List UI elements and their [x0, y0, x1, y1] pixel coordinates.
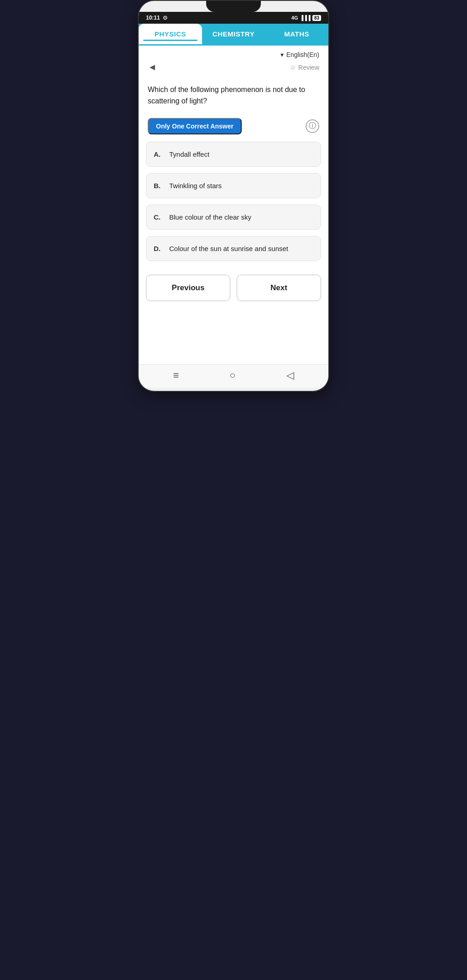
- chevron-down-icon: ▾: [280, 51, 284, 58]
- info-icon[interactable]: ⓘ: [306, 119, 319, 133]
- bookmark-icon: ☆: [290, 64, 296, 71]
- time-display: 10:11: [146, 15, 160, 21]
- review-row: ◄ ☆ Review: [139, 60, 328, 77]
- option-a-text: Tyndall effect: [169, 150, 209, 158]
- option-a[interactable]: A. Tyndall effect: [146, 142, 321, 167]
- option-c-text: Blue colour of the clear sky: [169, 213, 251, 221]
- review-link[interactable]: ☆ Review: [290, 64, 319, 71]
- back-arrow-icon[interactable]: ◄: [148, 62, 157, 72]
- option-d-text: Colour of the sun at sunrise and sunset: [169, 245, 288, 252]
- content-area: ▾ English(En) ◄ ☆ Review Which of the fo…: [139, 46, 328, 364]
- clock-icon: ⊙: [163, 15, 167, 21]
- signal-icon: ▐▐▐: [300, 15, 310, 21]
- tab-maths[interactable]: MATHS: [265, 24, 328, 46]
- question-block: Which of the following phenomenon is not…: [139, 77, 328, 113]
- status-bar: 10:11 ⊙ 4G ▐▐▐ 83: [139, 12, 328, 24]
- option-c[interactable]: C. Blue colour of the clear sky: [146, 205, 321, 230]
- tab-bar: PHYSICS CHEMISTRY MATHS: [139, 24, 328, 46]
- nav-buttons: Previous Next: [139, 261, 328, 308]
- tab-physics[interactable]: PHYSICS: [139, 24, 202, 46]
- next-button[interactable]: Next: [237, 275, 321, 301]
- language-row: ▾ English(En): [139, 46, 328, 60]
- option-d[interactable]: D. Colour of the sun at sunrise and suns…: [146, 236, 321, 261]
- option-c-letter: C.: [154, 213, 163, 221]
- language-label: English(En): [286, 51, 319, 58]
- battery-level: 83: [312, 15, 321, 21]
- option-a-letter: A.: [154, 150, 163, 158]
- previous-button[interactable]: Previous: [146, 275, 230, 301]
- bottom-nav: ≡ ○ ◁: [139, 364, 328, 388]
- status-left: 10:11 ⊙: [146, 15, 167, 21]
- answer-type-badge[interactable]: Only One Correct Answer: [148, 118, 242, 134]
- tab-chemistry[interactable]: CHEMISTRY: [202, 24, 265, 46]
- notch: [206, 1, 261, 12]
- home-icon[interactable]: ○: [229, 369, 235, 381]
- question-text: Which of the following phenomenon is not…: [148, 84, 319, 107]
- phone-frame: 10:11 ⊙ 4G ▐▐▐ 83 PHYSICS CHEMISTRY MATH…: [138, 0, 329, 392]
- badge-row: Only One Correct Answer ⓘ: [139, 113, 328, 142]
- language-selector[interactable]: ▾ English(En): [280, 51, 319, 58]
- option-b-letter: B.: [154, 182, 163, 190]
- review-label: Review: [298, 64, 319, 71]
- status-right: 4G ▐▐▐ 83: [291, 15, 321, 21]
- back-nav-icon[interactable]: ◁: [286, 369, 294, 381]
- option-b-text: Twinkling of stars: [169, 182, 222, 190]
- options-list: A. Tyndall effect B. Twinkling of stars …: [139, 142, 328, 261]
- menu-icon[interactable]: ≡: [173, 369, 179, 381]
- option-b[interactable]: B. Twinkling of stars: [146, 173, 321, 198]
- option-d-letter: D.: [154, 245, 163, 252]
- network-indicator: 4G: [291, 15, 298, 21]
